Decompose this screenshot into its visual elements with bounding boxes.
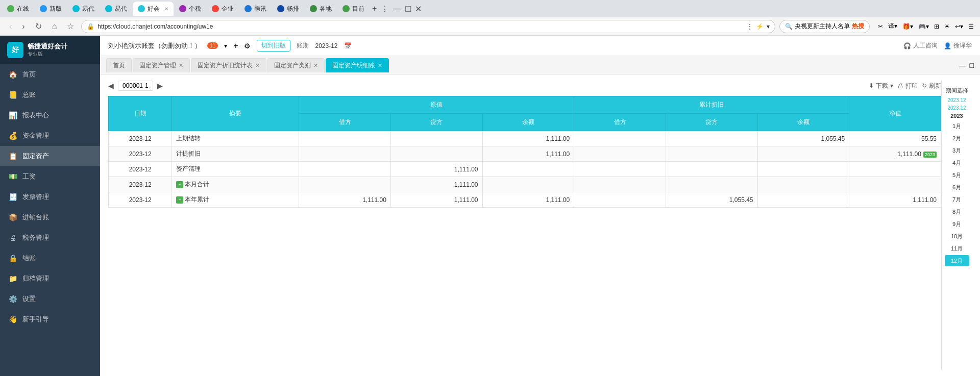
page-tab-close-4[interactable]: ✕ bbox=[378, 62, 382, 69]
page-tab-close-3[interactable]: ✕ bbox=[313, 62, 318, 69]
download-btn[interactable]: ⬇ 下载 ▾ bbox=[869, 82, 893, 90]
period-month-11[interactable]: 11月 bbox=[945, 243, 969, 254]
page-tab-0[interactable]: 首页 bbox=[106, 58, 132, 72]
logo-icon: 好 bbox=[7, 42, 23, 58]
th-accum-debit: 借方 bbox=[574, 114, 666, 131]
browser-tab-5[interactable]: 个税 bbox=[174, 2, 206, 16]
period-month-12[interactable]: 12月 bbox=[945, 255, 969, 266]
sidebar-item-结账[interactable]: 🔒结账 bbox=[0, 248, 100, 268]
period-month-10[interactable]: 10月 bbox=[945, 231, 969, 242]
search-bar[interactable]: 🔍 央视更新主持人名单 热搜 bbox=[779, 20, 870, 33]
version-switch-btn[interactable]: 切到旧版 bbox=[257, 40, 290, 52]
cell-orig-balance-1: 1,111.00 bbox=[482, 146, 574, 162]
cell-accum-credit-4: 1,055.45 bbox=[666, 192, 757, 208]
browser-tab-8[interactable]: 畅排 bbox=[272, 2, 304, 16]
th-summary: 摘要 bbox=[172, 96, 299, 131]
page-tab-3[interactable]: 固定资产类别✕ bbox=[267, 58, 325, 72]
logo-text-block: 畅捷通好会计 专业版 bbox=[28, 42, 67, 58]
maximize-btn[interactable]: □ bbox=[405, 4, 411, 14]
browser-tab-10[interactable]: 目前 bbox=[337, 2, 370, 16]
game-btn[interactable]: 🎮▾ bbox=[918, 23, 929, 30]
browser-tab-6[interactable]: 企业 bbox=[207, 2, 239, 16]
brightness-btn[interactable]: ☀ bbox=[944, 23, 950, 30]
period-month-1[interactable]: 1月 bbox=[945, 120, 969, 132]
browser-tab-7[interactable]: 腾讯 bbox=[239, 2, 272, 16]
period-month-3[interactable]: 3月 bbox=[945, 145, 969, 156]
close-btn[interactable]: ✕ bbox=[415, 4, 422, 14]
calendar-icon[interactable]: 📅 bbox=[344, 42, 352, 49]
settings-account-btn[interactable]: ⚙ bbox=[244, 42, 251, 50]
sidebar-item-归档管理[interactable]: 📁归档管理 bbox=[0, 268, 100, 289]
tab-maximize-btn[interactable]: □ bbox=[970, 61, 974, 69]
page-current: 1 bbox=[145, 82, 149, 89]
download-dropdown-icon[interactable]: ▾ bbox=[890, 82, 893, 89]
browser-tab-0[interactable]: 在线 bbox=[2, 2, 34, 16]
period-current-header: 2023.12 bbox=[947, 105, 966, 111]
page-tab-4[interactable]: 固定资产明细账✕ bbox=[326, 58, 389, 72]
address-bar[interactable]: 🔒 https://cloud.chanjet.com/accounting/u… bbox=[81, 20, 775, 33]
refresh-btn[interactable]: ↻ 刷新 bbox=[922, 82, 941, 90]
browser-tab-4[interactable]: 好会✕ bbox=[133, 2, 174, 16]
dropdown-icon[interactable]: ▾ bbox=[767, 23, 770, 30]
back-btn[interactable]: ‹ bbox=[6, 21, 15, 32]
grid-btn[interactable]: ⊞ bbox=[934, 23, 939, 30]
page-tab-close-2[interactable]: ✕ bbox=[255, 62, 260, 69]
sidebar-item-税务管理[interactable]: 🖨税务管理 bbox=[0, 228, 100, 248]
tab-minimize-btn[interactable]: — bbox=[960, 61, 967, 69]
browser-tab-1[interactable]: 新版 bbox=[35, 2, 67, 16]
sidebar-item-总账[interactable]: 📒总账 bbox=[0, 85, 100, 105]
menu-label-5: 工资 bbox=[22, 172, 36, 181]
next-page-btn[interactable]: ▶ bbox=[157, 82, 163, 90]
sidebar-item-报表中心[interactable]: 📊报表中心 bbox=[0, 105, 100, 126]
sidebar: 好 畅捷通好会计 专业版 🏠首页📒总账📊报表中心💰资金管理📋固定资产💵工资🧾发票… bbox=[0, 36, 100, 376]
prev-page-btn[interactable]: ◀ bbox=[108, 82, 114, 90]
page-tab-close-1[interactable]: ✕ bbox=[179, 62, 183, 69]
period-month-7[interactable]: 7月 bbox=[945, 194, 969, 205]
sidebar-item-工资[interactable]: 💵工资 bbox=[0, 166, 100, 187]
settings-btn[interactable]: ☰ bbox=[968, 23, 974, 30]
browser-menu-icon[interactable]: ⋮ bbox=[747, 23, 753, 30]
period-month-5[interactable]: 5月 bbox=[945, 169, 969, 181]
cut-tool-btn[interactable]: ✂ bbox=[878, 23, 883, 30]
period-month-4[interactable]: 4月 bbox=[945, 157, 969, 168]
browser-tab-3[interactable]: 易代 bbox=[100, 2, 132, 16]
dropdown-account-icon[interactable]: ▾ bbox=[224, 42, 227, 49]
browser-tab-9[interactable]: 各地 bbox=[305, 2, 337, 16]
sidebar-item-进销台账[interactable]: 📦进销台账 bbox=[0, 207, 100, 228]
period-month-9[interactable]: 9月 bbox=[945, 218, 969, 230]
sidebar-item-固定资产[interactable]: 📋固定资产 bbox=[0, 146, 100, 166]
menu-label-12: 新手引导 bbox=[22, 315, 49, 324]
history-btn[interactable]: ↩▾ bbox=[955, 23, 963, 30]
gift-btn[interactable]: 🎁▾ bbox=[902, 23, 913, 30]
translate-btn[interactable]: 译▾ bbox=[888, 22, 897, 31]
page-tab-1[interactable]: 固定资产管理✕ bbox=[133, 58, 190, 72]
tab-menu-btn[interactable]: ⋮ bbox=[381, 4, 389, 14]
period-month-8[interactable]: 8月 bbox=[945, 206, 969, 217]
minimize-btn[interactable]: — bbox=[393, 4, 401, 13]
sidebar-item-设置[interactable]: ⚙️设置 bbox=[0, 289, 100, 309]
sidebar-item-发票管理[interactable]: 🧾发票管理 bbox=[0, 187, 100, 207]
page-tab-2[interactable]: 固定资产折旧统计表✕ bbox=[191, 58, 266, 72]
nav-tools: ✂ 译▾ 🎁▾ 🎮▾ ⊞ ☀ ↩▾ ☰ bbox=[878, 22, 974, 31]
menu-label-3: 资金管理 bbox=[22, 131, 49, 140]
new-tab-btn[interactable]: + bbox=[372, 4, 377, 13]
home-btn[interactable]: ⌂ bbox=[49, 21, 60, 32]
print-btn[interactable]: 🖨 打印 bbox=[897, 82, 918, 90]
add-account-btn[interactable]: + bbox=[233, 41, 238, 51]
sidebar-item-首页[interactable]: 🏠首页 bbox=[0, 64, 100, 85]
bookmark-btn[interactable]: ☆ bbox=[64, 20, 77, 32]
forward-btn[interactable]: › bbox=[19, 21, 28, 32]
cell-summary-4: +本年累计 bbox=[172, 192, 299, 208]
sidebar-item-新手引导[interactable]: 👋新手引导 bbox=[0, 309, 100, 330]
th-accumulated-depreciation: 累计折旧 bbox=[574, 96, 849, 114]
ai-consult-btn[interactable]: 🎧 人工咨询 bbox=[903, 41, 938, 50]
period-month-2[interactable]: 2月 bbox=[945, 133, 969, 144]
action-btns: ⬇ 下载 ▾ 🖨 打印 ↻ 刷新 bbox=[869, 82, 941, 90]
search-text: 央视更新主持人名单 bbox=[795, 22, 850, 31]
period-month-6[interactable]: 6月 bbox=[945, 182, 969, 193]
refresh-nav-btn[interactable]: ↻ bbox=[32, 20, 45, 32]
sidebar-item-资金管理[interactable]: 💰资金管理 bbox=[0, 126, 100, 146]
menu-icon-10: 📁 bbox=[8, 274, 17, 283]
menu-icon-0: 🏠 bbox=[8, 70, 17, 79]
browser-tab-2[interactable]: 易代 bbox=[67, 2, 100, 16]
